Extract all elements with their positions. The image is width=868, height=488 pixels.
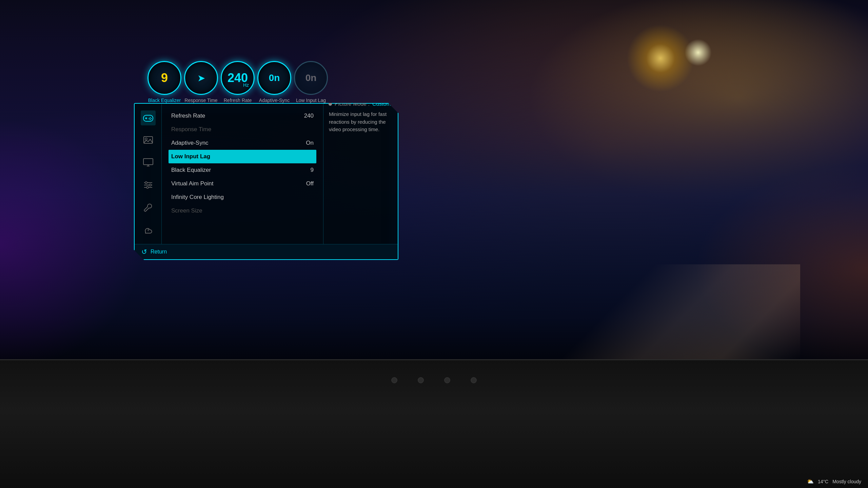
gauge-circle-response-time: ➤ [184,61,218,95]
gauge-label-adaptive-sync: Adaptive-Sync [259,98,290,103]
svg-point-3 [150,117,151,118]
menu-item-value-adaptive-sync: On [306,140,314,146]
return-bar[interactable]: ↺ Return [135,244,398,259]
gauge-label-low-input-lag: Low Input Lag [296,98,326,103]
gauge-circle-black-equalizer: 9 [147,61,181,95]
svg-rect-9 [143,159,153,165]
sidebar-icon-picture[interactable] [141,133,156,148]
svg-point-8 [145,138,147,140]
info-text: Minimize input lag for fast reactions by… [329,110,392,134]
svg-point-19 [148,228,149,229]
gauge-row: 9 Black Equalizer ➤ Response Time 240 Hz… [134,61,398,103]
menu-item-black-equalizer[interactable]: Black Equalizer 9 [169,163,316,177]
gauge-label-response-time: Response Time [184,98,217,103]
stand-dot-1 [391,377,397,383]
gauge-adaptive-sync[interactable]: 0n Adaptive-Sync [257,61,291,103]
menu-item-name-infinity-core-lighting: Infinity Core Lighting [171,194,224,201]
menu-item-virtual-aim-point[interactable]: Virtual Aim Point Off [169,177,316,190]
svg-point-16 [149,184,151,186]
stand-dots [391,377,477,383]
menu-item-value-black-equalizer: 9 [311,167,314,174]
gauge-response-time[interactable]: ➤ Response Time [184,61,218,103]
info-panel: Minimize input lag for fast reactions by… [323,104,398,244]
gauge-value-adaptive-sync: 0n [269,73,280,83]
menu-item-name-refresh-rate: Refresh Rate [171,113,205,119]
gauge-circle-low-input-lag: 0n [294,61,328,95]
stand-dot-3 [444,377,450,383]
menu-item-name-low-input-lag: Low Input Lag [171,153,210,160]
gauge-unit-refresh-rate: Hz [243,82,249,88]
menu-item-value-virtual-aim-point: Off [306,180,314,187]
menu-item-infinity-core-lighting[interactable]: Infinity Core Lighting [169,190,316,204]
gauge-value-black-equalizer: 9 [161,72,168,84]
gauge-low-input-lag[interactable]: 0n Low Input Lag [294,61,328,103]
svg-rect-7 [144,137,153,143]
sidebar-icon-gaming[interactable] [141,110,156,125]
menu-item-name-virtual-aim-point: Virtual Aim Point [171,180,213,187]
stand-dot-4 [471,377,477,383]
menu-item-name-adaptive-sync: Adaptive-Sync [171,140,209,146]
monitor-bezel [0,359,868,488]
sidebar-icon-display[interactable] [141,155,156,170]
menu-item-screen-size[interactable]: Screen Size [169,204,316,218]
gauge-circle-refresh-rate: 240 Hz [221,61,255,95]
gauge-arrow-response-time: ➤ [197,73,205,84]
svg-point-17 [146,186,149,188]
menu-item-adaptive-sync[interactable]: Adaptive-Sync On [169,136,316,150]
menu-item-name-screen-size: Screen Size [171,207,202,214]
weather-description: Mostly cloudy [832,479,861,484]
sidebar-icon-settings[interactable] [141,178,156,192]
sidebar-icon-advanced[interactable] [141,200,156,215]
svg-point-5 [149,118,150,119]
return-icon: ↺ [141,248,147,256]
svg-point-6 [150,119,151,120]
menu-content: Refresh Rate 240 Response Time Adaptive-… [162,104,323,244]
osd-panel: Picture Mode : Custom [134,103,398,260]
osd-container: 9 Black Equalizer ➤ Response Time 240 Hz… [134,61,398,260]
menu-item-name-black-equalizer: Black Equalizer [171,167,211,174]
menu-item-low-input-lag[interactable]: Low Input Lag [169,150,316,163]
return-label: Return [151,249,167,255]
gauge-value-low-input-lag: 0n [305,73,317,83]
gauge-black-equalizer[interactable]: 9 Black Equalizer [147,61,181,103]
taskbar-info: ⛅ 14°C Mostly cloudy [807,478,861,485]
menu-item-response-time[interactable]: Response Time [169,123,316,136]
gauge-label-refresh-rate: Refresh Rate [224,98,252,103]
stand-dot-2 [418,377,424,383]
temperature: 14°C [818,479,828,484]
menu-item-refresh-rate[interactable]: Refresh Rate 240 [169,109,316,123]
svg-point-15 [145,182,147,184]
osd-panel-inner: Refresh Rate 240 Response Time Adaptive-… [135,104,398,244]
menu-item-value-refresh-rate: 240 [304,113,314,119]
weather-icon: ⛅ [807,478,814,485]
gauge-refresh-rate[interactable]: 240 Hz Refresh Rate [221,61,255,103]
gauge-label-black-equalizer: Black Equalizer [148,98,181,103]
menu-item-name-response-time: Response Time [171,126,211,133]
gauge-circle-adaptive-sync: 0n [257,61,291,95]
sidebar-icon-info[interactable] [141,222,156,237]
svg-point-4 [151,118,152,119]
sidebar [135,104,162,244]
